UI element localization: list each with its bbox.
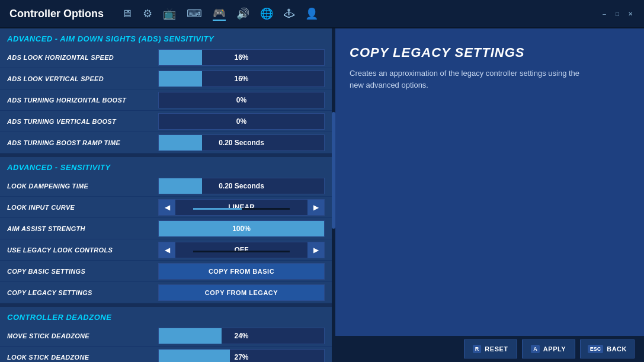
title-bar: Controller Options 🖥 ⚙ 📺 ⌨ 🎮 🔊 🌐 🕹 👤 – □… bbox=[0, 0, 644, 28]
section-deadzone-header: CONTROLLER DEADZONE bbox=[0, 307, 332, 325]
apply-button[interactable]: A APPLY bbox=[522, 339, 575, 358]
look-input-curve-value: LINEAR bbox=[228, 203, 255, 212]
reset-button[interactable]: R RESET bbox=[464, 339, 517, 358]
ads-look-horizontal-control[interactable]: 16% bbox=[158, 49, 325, 66]
section-ads-header: ADVANCED - AIM DOWN SIGHTS (ADS) SENSITI… bbox=[0, 28, 332, 47]
apply-label: APPLY bbox=[543, 345, 566, 353]
aim-assist-control[interactable]: 100% bbox=[158, 220, 325, 237]
ads-look-horizontal-label: ADS LOOK HORIZONTAL SPEED bbox=[7, 54, 158, 61]
left-panel: ADVANCED - AIM DOWN SIGHTS (ADS) SENSITI… bbox=[0, 28, 332, 362]
look-stick-control[interactable]: 27% bbox=[158, 349, 325, 363]
ads-turning-vertical-label: ADS TURNING VERTICAL BOOST bbox=[7, 118, 158, 125]
gear-icon[interactable]: ⚙ bbox=[143, 7, 152, 20]
section-sensitivity-header: ADVANCED - SENSITIVITY bbox=[0, 157, 332, 175]
ads-turning-ramp-value: 0.20 Seconds bbox=[159, 139, 324, 147]
copy-basic-label: COPY BASIC SETTINGS bbox=[7, 268, 158, 275]
ads-turning-vertical-value: 0% bbox=[159, 117, 324, 126]
row-ads-look-vertical: ADS LOOK VERTICAL SPEED 16% bbox=[0, 68, 332, 89]
monitor-icon[interactable]: 🖥 bbox=[121, 8, 132, 20]
use-legacy-left-btn[interactable]: ◀ bbox=[159, 242, 175, 258]
look-input-curve-label: LOOK INPUT CURVE bbox=[7, 204, 158, 211]
ads-look-vertical-control[interactable]: 16% bbox=[158, 71, 325, 87]
copy-from-basic-button[interactable]: COPY FROM BASIC bbox=[159, 264, 324, 279]
keyboard-icon[interactable]: ⌨ bbox=[187, 7, 202, 20]
back-button[interactable]: ESC BACK bbox=[580, 339, 635, 358]
look-input-curve-value-container: LINEAR bbox=[175, 203, 307, 212]
network-icon[interactable]: 🌐 bbox=[260, 7, 273, 20]
ads-look-vertical-value: 16% bbox=[159, 75, 324, 83]
look-input-bar bbox=[193, 208, 290, 210]
ads-turning-ramp-control[interactable]: 0.20 Seconds bbox=[158, 134, 325, 151]
row-look-input-curve: LOOK INPUT CURVE ◀ LINEAR ▶ bbox=[0, 197, 332, 218]
look-stick-label: LOOK STICK DEADZONE bbox=[7, 354, 158, 361]
nav-icons: 🖥 ⚙ 📺 ⌨ 🎮 🔊 🌐 🕹 👤 bbox=[121, 7, 318, 21]
window-controls: – □ ✕ bbox=[600, 9, 635, 18]
move-stick-label: MOVE STICK DEADZONE bbox=[7, 332, 158, 339]
use-legacy-value: OFF bbox=[235, 246, 249, 254]
row-aim-assist: AIM ASSIST STRENGTH 100% bbox=[0, 218, 332, 239]
copy-basic-control: COPY FROM BASIC bbox=[158, 263, 325, 280]
right-panel: COPY LEGACY SETTINGS Creates an approxim… bbox=[335, 28, 644, 362]
reset-key: R bbox=[473, 345, 482, 353]
row-look-stick: LOOK STICK DEADZONE 27% bbox=[0, 347, 332, 362]
ads-turning-horizontal-control[interactable]: 0% bbox=[158, 92, 325, 108]
copy-from-legacy-button[interactable]: COPY FROM LEGACY bbox=[159, 285, 324, 300]
user-icon[interactable]: 👤 bbox=[305, 7, 318, 20]
copy-legacy-description: Creates an approximation of the legacy c… bbox=[350, 68, 587, 91]
look-input-curve-control: ◀ LINEAR ▶ bbox=[158, 199, 325, 216]
look-dampening-label: LOOK DAMPENING TIME bbox=[7, 182, 158, 190]
aim-assist-label: AIM ASSIST STRENGTH bbox=[7, 225, 158, 232]
ads-turning-horizontal-value: 0% bbox=[159, 96, 324, 104]
use-legacy-value-container: OFF bbox=[175, 246, 307, 254]
copy-legacy-label: COPY LEGACY SETTINGS bbox=[7, 289, 158, 296]
use-legacy-bar bbox=[193, 251, 290, 252]
window-title: Controller Options bbox=[9, 8, 104, 20]
ads-turning-vertical-control[interactable]: 0% bbox=[158, 113, 325, 130]
display-icon[interactable]: 📺 bbox=[163, 7, 176, 20]
row-copy-legacy: COPY LEGACY SETTINGS COPY FROM LEGACY bbox=[0, 282, 332, 303]
look-stick-value: 27% bbox=[159, 353, 324, 361]
row-move-stick: MOVE STICK DEADZONE 24% bbox=[0, 325, 332, 347]
move-stick-value: 24% bbox=[159, 332, 324, 340]
close-button[interactable]: ✕ bbox=[626, 9, 635, 18]
row-copy-basic: COPY BASIC SETTINGS COPY FROM BASIC bbox=[0, 261, 332, 282]
use-legacy-control: ◀ OFF ▶ bbox=[158, 242, 325, 258]
maximize-button[interactable]: □ bbox=[613, 9, 621, 18]
ads-look-horizontal-value: 16% bbox=[159, 53, 324, 62]
controller-icon[interactable]: 🎮 bbox=[213, 7, 226, 21]
bottom-bar: R RESET A APPLY ESC BACK bbox=[335, 336, 644, 362]
reset-label: RESET bbox=[485, 345, 508, 353]
ads-turning-horizontal-label: ADS TURNING HORIZONTAL BOOST bbox=[7, 97, 158, 104]
back-label: BACK bbox=[607, 345, 627, 353]
use-legacy-right-btn[interactable]: ▶ bbox=[307, 242, 324, 258]
audio-icon[interactable]: 🔊 bbox=[236, 7, 249, 20]
look-input-curve-left-btn[interactable]: ◀ bbox=[159, 200, 175, 215]
ads-look-vertical-label: ADS LOOK VERTICAL SPEED bbox=[7, 75, 158, 82]
row-ads-turning-vertical: ADS TURNING VERTICAL BOOST 0% bbox=[0, 111, 332, 132]
look-dampening-value: 0.20 Seconds bbox=[159, 182, 324, 190]
row-ads-look-horizontal: ADS LOOK HORIZONTAL SPEED 16% bbox=[0, 47, 332, 68]
copy-legacy-control: COPY FROM LEGACY bbox=[158, 284, 325, 301]
aim-assist-value: 100% bbox=[159, 225, 324, 233]
row-look-dampening: LOOK DAMPENING TIME 0.20 Seconds bbox=[0, 175, 332, 197]
back-key: ESC bbox=[588, 345, 604, 353]
move-stick-control[interactable]: 24% bbox=[158, 328, 325, 344]
gamepad-icon[interactable]: 🕹 bbox=[284, 8, 294, 20]
row-use-legacy: USE LEGACY LOOK CONTROLS ◀ OFF ▶ bbox=[0, 239, 332, 261]
copy-legacy-section-title: COPY LEGACY SETTINGS bbox=[350, 45, 630, 60]
use-legacy-label: USE LEGACY LOOK CONTROLS bbox=[7, 246, 158, 254]
row-ads-turning-ramp: ADS TURNING BOOST RAMP TIME 0.20 Seconds bbox=[0, 132, 332, 153]
minimize-button[interactable]: – bbox=[600, 9, 608, 18]
look-input-curve-right-btn[interactable]: ▶ bbox=[307, 200, 324, 215]
main-layout: ADVANCED - AIM DOWN SIGHTS (ADS) SENSITI… bbox=[0, 28, 644, 362]
row-ads-turning-horizontal: ADS TURNING HORIZONTAL BOOST 0% bbox=[0, 89, 332, 111]
apply-key: A bbox=[531, 345, 540, 353]
ads-turning-ramp-label: ADS TURNING BOOST RAMP TIME bbox=[7, 139, 158, 146]
look-dampening-control[interactable]: 0.20 Seconds bbox=[158, 178, 325, 194]
